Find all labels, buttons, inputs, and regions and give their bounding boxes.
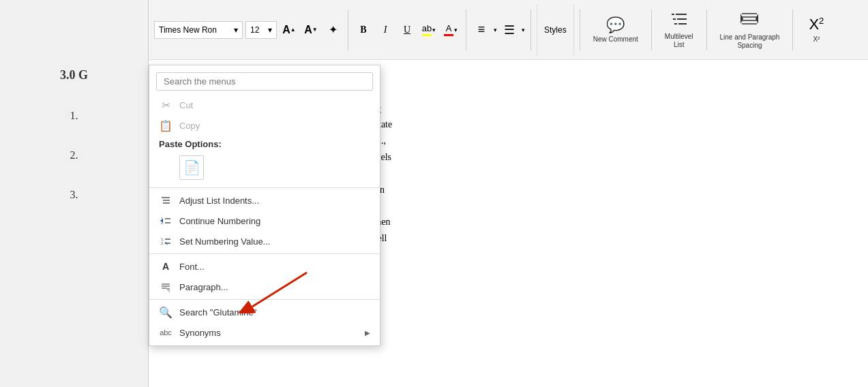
svg-marker-10 (740, 14, 743, 24)
search-icon: 🔍 (159, 305, 173, 319)
toolbar: Times New Ron ▾ 12 ▾ A▲ A▼ ✦ B I U ab ▾ … (149, 0, 868, 60)
font-name-value: Times New Ron (159, 25, 217, 35)
paragraph-label: Paragraph... (179, 282, 370, 292)
copy-label: Copy (179, 121, 370, 131)
set-numbering-label: Set Numbering Value... (179, 236, 370, 247)
search-label: Search "Glutamine" (179, 307, 370, 318)
bullets-button[interactable]: ≡ (472, 21, 491, 39)
copy-icon: 📋 (159, 119, 173, 132)
new-comment-label: New Comment (593, 35, 638, 44)
bullets-chevron[interactable]: ▾ (494, 27, 497, 33)
font-label: Font... (179, 262, 370, 272)
line-spacing-label: Line and ParagraphSpacing (720, 33, 780, 50)
superscript-label: X² (813, 35, 820, 44)
multilevel-list-label: MultilevelList (665, 33, 693, 49)
continue-numbering-label: Continue Numbering (179, 216, 370, 226)
paste-options-label: Paste Options: (149, 136, 380, 153)
menu-search-input[interactable] (156, 72, 373, 91)
paragraph-menu-item[interactable]: ¶ Paragraph... (149, 277, 380, 297)
styles-label: Styles (544, 25, 567, 35)
font-color-icon: A (444, 23, 453, 36)
bold-button[interactable]: B (354, 21, 373, 39)
line-spacing-button[interactable]: Line and ParagraphSpacing (713, 4, 788, 56)
underline-button[interactable]: U (398, 21, 417, 39)
paragraph-icon: ¶ (159, 280, 173, 294)
set-numbering-menu-item[interactable]: 1. 2. ✎ Set Numbering Value... (149, 231, 380, 251)
font-size-value: 12 (250, 25, 259, 35)
font-grow-button[interactable]: A▲ (280, 21, 299, 39)
highlight-icon: ab (422, 23, 432, 36)
svg-text:✎: ✎ (164, 241, 168, 246)
superscript-button[interactable]: X2 X² (798, 4, 834, 56)
continue-numbering-menu-item[interactable]: 1. 2. Continue Numbering (149, 211, 380, 231)
font-menu-item[interactable]: A Font... (149, 256, 380, 277)
cut-label: Cut (179, 100, 370, 110)
left-sidebar: 3.0 G 1. 2. 3. (0, 0, 149, 387)
continue-numbering-icon: 1. 2. (159, 214, 173, 228)
menu-divider-3 (149, 299, 380, 300)
adjust-list-menu-item[interactable]: Adjust List Indents... (149, 190, 380, 211)
adjust-list-label: Adjust List Indents... (179, 196, 370, 206)
numbering-chevron[interactable]: ▾ (522, 27, 525, 33)
superscript-icon: X2 (809, 16, 824, 33)
search-menu-item[interactable]: 🔍 Search "Glutamine" (149, 302, 380, 322)
new-comment-icon: 💬 (606, 16, 625, 34)
context-menu: ✂ Cut 📋 Copy Paste Options: 📄 Adjust Lis… (149, 65, 380, 346)
highlight-button[interactable]: ab ▾ (419, 21, 438, 39)
numbering-button[interactable]: ☰ (500, 21, 519, 39)
cut-icon: ✂ (159, 98, 173, 112)
line-num-3: 3. (70, 189, 78, 201)
font-shrink-button[interactable]: A▼ (301, 21, 320, 39)
clear-formatting-button[interactable]: ✦ (323, 21, 342, 39)
set-numbering-icon: 1. 2. ✎ (159, 234, 173, 248)
synonyms-arrow-icon: ▶ (365, 329, 370, 337)
adjust-list-icon (159, 194, 173, 207)
line-num-2: 2. (70, 149, 78, 161)
multilevel-list-icon (670, 11, 688, 31)
section-number: 3.0 G (60, 68, 88, 82)
synonyms-icon: abc (159, 326, 173, 339)
font-name-dropdown[interactable]: Times New Ron ▾ (154, 21, 243, 39)
font-name-chevron-icon: ▾ (234, 25, 238, 35)
font-icon: A (159, 260, 173, 273)
copy-menu-item[interactable]: 📋 Copy (149, 115, 380, 136)
cut-menu-item[interactable]: ✂ Cut (149, 95, 380, 115)
svg-text:¶: ¶ (167, 287, 170, 292)
menu-divider-2 (149, 253, 380, 254)
line-num-1: 1. (70, 110, 78, 122)
styles-button[interactable]: Styles (537, 4, 574, 56)
paste-options-icons: 📄 (149, 153, 380, 185)
font-size-dropdown[interactable]: 12 ▾ (245, 21, 277, 39)
new-comment-button[interactable]: 💬 New Comment (586, 4, 646, 56)
paste-keep-source-icon: 📄 (183, 159, 200, 176)
line-spacing-icon (740, 10, 758, 32)
font-color-button[interactable]: A ▾ (441, 21, 460, 39)
font-size-chevron-icon: ▾ (268, 25, 272, 35)
paste-keep-source-button[interactable]: 📄 (179, 155, 204, 180)
multilevel-list-button[interactable]: MultilevelList (657, 4, 701, 56)
synonyms-label: Synonyms (179, 328, 358, 338)
italic-button[interactable]: I (376, 21, 395, 39)
menu-divider-1 (149, 187, 380, 188)
svg-marker-11 (755, 14, 758, 24)
synonyms-menu-item[interactable]: abc Synonyms ▶ (149, 322, 380, 343)
